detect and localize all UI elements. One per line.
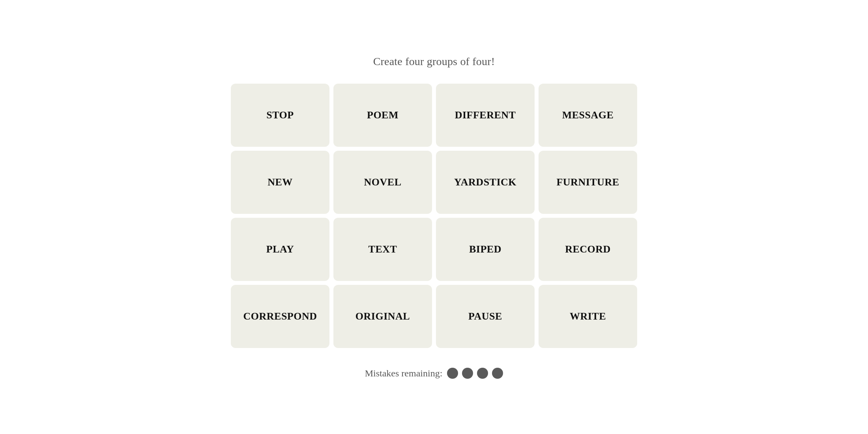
card-label-new: NEW	[264, 172, 297, 192]
card-text[interactable]: TEXT	[333, 218, 432, 281]
card-biped[interactable]: BIPED	[436, 218, 535, 281]
card-new[interactable]: NEW	[231, 151, 329, 214]
card-stop[interactable]: STOP	[231, 84, 329, 147]
card-novel[interactable]: NOVEL	[333, 151, 432, 214]
mistakes-row: Mistakes remaining:	[365, 368, 503, 379]
card-write[interactable]: WRITE	[539, 285, 637, 348]
card-label-poem: POEM	[363, 105, 402, 125]
card-label-correspond: CORRESPOND	[239, 307, 321, 326]
mistake-dot-2	[462, 368, 473, 379]
mistake-dot-1	[447, 368, 458, 379]
card-yardstick[interactable]: YARDSTICK	[436, 151, 535, 214]
card-label-novel: NOVEL	[360, 172, 406, 192]
card-record[interactable]: RECORD	[539, 218, 637, 281]
card-original[interactable]: ORIGINAL	[333, 285, 432, 348]
card-pause[interactable]: PAUSE	[436, 285, 535, 348]
card-label-yardstick: YARDSTICK	[450, 172, 520, 192]
card-label-furniture: FURNITURE	[552, 172, 623, 192]
card-label-original: ORIGINAL	[352, 307, 414, 326]
card-label-record: RECORD	[561, 239, 615, 259]
card-message[interactable]: MESSAGE	[539, 84, 637, 147]
card-correspond[interactable]: CORRESPOND	[231, 285, 329, 348]
card-play[interactable]: PLAY	[231, 218, 329, 281]
card-label-biped: BIPED	[465, 239, 505, 259]
mistake-dot-3	[477, 368, 488, 379]
card-label-play: PLAY	[262, 239, 298, 259]
card-label-pause: PAUSE	[464, 307, 506, 326]
mistakes-label: Mistakes remaining:	[365, 368, 443, 379]
mistake-dot-4	[492, 368, 503, 379]
card-label-different: DIFFERENT	[451, 105, 520, 125]
card-poem[interactable]: POEM	[333, 84, 432, 147]
card-label-stop: STOP	[262, 105, 297, 125]
card-label-write: WRITE	[566, 307, 610, 326]
card-different[interactable]: DIFFERENT	[436, 84, 535, 147]
word-grid: STOPPOEMDIFFERENTMESSAGENEWNOVELYARDSTIC…	[231, 84, 637, 348]
page-subtitle: Create four groups of four!	[373, 55, 495, 68]
card-furniture[interactable]: FURNITURE	[539, 151, 637, 214]
mistakes-dots	[447, 368, 503, 379]
card-label-text: TEXT	[365, 239, 401, 259]
card-label-message: MESSAGE	[558, 105, 618, 125]
